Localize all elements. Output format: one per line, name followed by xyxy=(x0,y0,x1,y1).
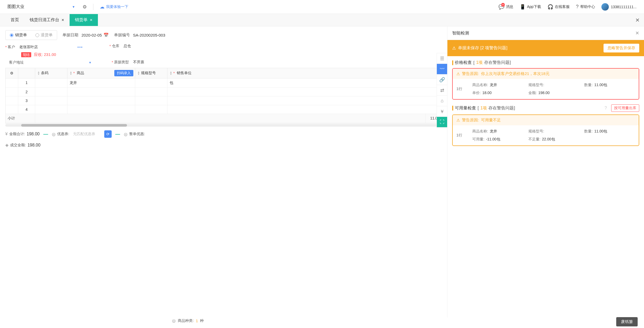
ignore-save-button[interactable]: 忽略警告并保存 xyxy=(604,44,639,52)
warning-icon: ⚠ xyxy=(456,118,460,123)
user-menu[interactable]: 13381111111... xyxy=(601,3,637,11)
reason-label: 警告原因: xyxy=(462,71,479,76)
table-row[interactable]: 2 xyxy=(6,88,442,96)
subtotal-row: 小计 11.00 xyxy=(6,114,442,123)
yen-icon: ¥ xyxy=(5,132,8,136)
col-product[interactable]: ▲▼ * 商品 扫码录入 xyxy=(67,68,135,78)
stock-warning-card: ⚠ 警告原因: 可用量不足 1行 商品名称:龙井 规格型号: 数量:11.00包… xyxy=(452,114,639,146)
table-row[interactable]: 4 xyxy=(6,105,442,114)
deal-icon: ◈ xyxy=(5,143,8,148)
amount-value: 198.00 xyxy=(27,132,40,136)
footer-summary: ◎ 商品种类: 1 种 xyxy=(0,316,209,317)
gear-icon[interactable]: ⚙ xyxy=(83,4,87,10)
help-icon[interactable]: ? xyxy=(605,106,607,110)
close-icon[interactable]: ✕ xyxy=(635,30,639,36)
out-by-available-button[interactable]: 按可用量出库 xyxy=(611,104,639,112)
reason-label: 警告原因: xyxy=(462,118,479,123)
list-icon[interactable]: ☰ xyxy=(437,53,447,64)
col-unit[interactable]: ▲▼ * 销售单位 xyxy=(167,68,200,78)
doc-no-label: 单据编号 xyxy=(114,33,130,38)
messages-label: 消息 xyxy=(506,5,513,9)
warning-icon: ⚠ xyxy=(456,72,460,76)
warning-icon: ⚠ xyxy=(452,46,456,51)
invoice-label: 票据类型 xyxy=(114,60,129,65)
discount-icon: ◎ xyxy=(124,132,128,137)
receivable-value: 231.00 xyxy=(44,52,56,57)
messages-link[interactable]: 💬 ••• 消息 xyxy=(498,4,513,10)
service-label: 在线客服 xyxy=(555,5,570,9)
chart-icon[interactable]: 〰 xyxy=(437,64,447,74)
table-row[interactable]: 1 龙井 包 xyxy=(6,78,442,88)
headset-icon: 🎧 xyxy=(547,4,553,10)
close-icon[interactable]: ✕ xyxy=(61,18,64,22)
scan-button[interactable]: 扫码录入 xyxy=(114,70,133,76)
exchange-icon[interactable]: ⇄ xyxy=(437,85,447,96)
calendar-icon[interactable]: 📅 xyxy=(103,33,109,38)
deal-label: 成交金额: xyxy=(10,143,26,148)
receivable-label: 应收: xyxy=(34,52,43,57)
coupon-label: 优惠券: xyxy=(57,132,69,136)
required-star: * xyxy=(109,44,111,48)
radio-return[interactable]: 退货单 xyxy=(31,30,57,40)
phone-icon: 📱 xyxy=(520,4,525,10)
company-selector[interactable]: 图图大业 ▼ xyxy=(7,4,75,10)
minus-icon: — xyxy=(43,131,48,137)
col-barcode[interactable]: ▲▼ 条码 xyxy=(35,68,67,78)
online-service-link[interactable]: 🎧 在线客服 xyxy=(547,4,570,10)
try-label: 我要体验一下 xyxy=(106,5,128,9)
date-label: 单据日期 xyxy=(62,33,78,38)
radio-icon xyxy=(35,33,39,37)
stock-check-title: 可用量检查 xyxy=(455,105,476,111)
detect-title: 智能检测 xyxy=(452,30,469,36)
more-icon[interactable]: ••• xyxy=(78,45,83,49)
radio-sales[interactable]: 销货单 xyxy=(6,30,31,40)
chevron-down-icon[interactable]: ▼ xyxy=(89,61,92,64)
tab-home[interactable]: 首页 xyxy=(5,14,24,26)
warning-banner: ⚠ 单据未保存 [2 项警告问题] 忽略警告并保存 xyxy=(447,40,644,56)
trash-button[interactable]: 废纸篓 xyxy=(616,317,638,317)
discount-label: 整单优惠: xyxy=(129,132,145,136)
price-check-title: 价格检查 xyxy=(455,60,472,65)
tab-sales[interactable]: 销货单 ✕ xyxy=(70,14,98,26)
row-label: 1行 xyxy=(456,83,467,95)
notification-badge: ••• xyxy=(501,3,505,7)
customer-label: 客户 xyxy=(8,45,15,50)
invoice-value[interactable]: 不开票 xyxy=(133,60,144,65)
link-icon[interactable]: 🔗 xyxy=(437,74,447,85)
customer-input[interactable]: 老张茶叶店 ••• xyxy=(19,44,83,51)
col-spec[interactable]: ▲▼ 规格型号 xyxy=(135,68,167,78)
chevron-down-icon: ▼ xyxy=(72,5,75,9)
help-label: 帮助中心 xyxy=(580,5,595,9)
address-label: 客户地址 xyxy=(9,60,24,65)
side-toolbar: ☰ 〰 🔗 ⇄ ⌂ ￥ ⛶ xyxy=(437,53,447,128)
help-center-link[interactable]: ? 帮助中心 xyxy=(576,4,595,10)
coupon-input[interactable]: 无匹配优惠券 xyxy=(71,131,103,138)
person-icon[interactable]: ⌂ xyxy=(437,96,447,106)
required-star: * xyxy=(5,45,7,49)
address-input[interactable]: ▼ xyxy=(28,60,92,65)
sort-icon: ▲▼ xyxy=(70,71,72,75)
items-table: ⚙ ▲▼ 条码 ▲▼ * 商品 扫码录入 ▲▼ 规格型号 ▲▼ xyxy=(5,68,442,123)
warehouse-value[interactable]: 总仓 xyxy=(124,44,131,48)
col-settings[interactable]: ⚙ xyxy=(6,68,18,78)
tab-workbench[interactable]: 钱货日清工作台 ✕ xyxy=(24,14,70,26)
date-value[interactable]: 2020-02-05 xyxy=(81,33,102,37)
col-index xyxy=(18,68,35,78)
app-download-link[interactable]: 📱 App下载 xyxy=(520,4,541,10)
minus-icon: — xyxy=(115,131,120,137)
warehouse-label: 仓库 xyxy=(112,44,119,48)
close-all-icon[interactable]: ✕ xyxy=(635,17,640,23)
expand-icon[interactable]: ⛶ xyxy=(437,117,447,127)
refresh-button[interactable]: ⟳ xyxy=(104,130,112,138)
try-experience-link[interactable]: ☁ 我要体验一下 xyxy=(100,4,128,10)
cloud-icon: ☁ xyxy=(100,4,105,10)
avatar xyxy=(601,3,609,11)
yen-box-icon[interactable]: ￥ xyxy=(437,106,447,117)
sort-icon: ▲▼ xyxy=(37,71,40,75)
horizontal-scrollbar[interactable] xyxy=(5,124,442,127)
sort-icon: ▲▼ xyxy=(137,71,140,75)
deal-value: 198.00 xyxy=(28,143,40,148)
table-row[interactable]: 3 xyxy=(6,96,442,105)
close-icon[interactable]: ✕ xyxy=(90,18,93,22)
reason-text: 可用量不足 xyxy=(481,118,501,123)
